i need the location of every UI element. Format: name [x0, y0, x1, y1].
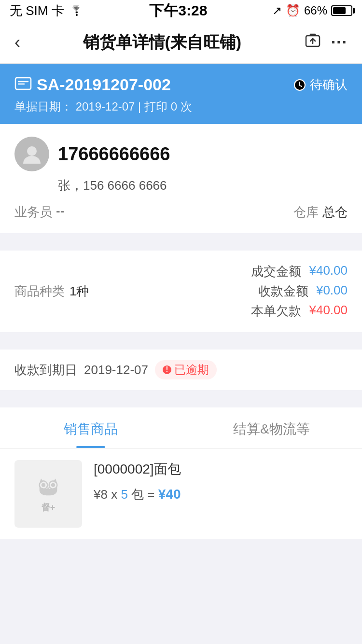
divider-2	[0, 341, 362, 350]
stat-row-debt: 本单欠款 ¥40.00	[251, 303, 348, 320]
content-area	[0, 539, 362, 644]
customer-avatar	[14, 137, 49, 171]
product-price: ¥8 x 5 包 = ¥40	[94, 486, 348, 503]
customer-meta: 业务员 -- 仓库 总仓	[14, 202, 348, 221]
due-date: 2019-12-07	[84, 363, 148, 378]
due-label: 收款到期日	[14, 362, 77, 378]
warehouse-value: 总仓	[322, 204, 348, 221]
battery-icon	[331, 5, 352, 16]
product-total: ¥40	[158, 487, 181, 502]
stat-row-deal: 成交金额 ¥40.00	[251, 263, 348, 280]
product-section: 督+ [0000002]面包 ¥8 x 5 包 = ¥40	[0, 448, 362, 539]
nav-bar: ‹ 销货单详情(来自旺铺) ···	[0, 21, 362, 64]
customer-phone: 17666666666	[58, 144, 170, 165]
product-info: [0000002]面包 ¥8 x 5 包 = ¥40	[94, 460, 348, 503]
product-name: [0000002]面包	[94, 460, 348, 478]
product-unit: 包	[131, 487, 144, 502]
svg-point-0	[76, 14, 78, 16]
overdue-icon: !	[163, 365, 171, 374]
type-label: 商品种类	[14, 283, 65, 300]
status-bar: 无 SIM 卡 下午3:28 ↗ ⏰ 66%	[0, 0, 362, 21]
order-status: 待确认	[293, 76, 348, 93]
page-title: 销货单详情(来自旺铺)	[83, 31, 242, 54]
clock-icon	[293, 79, 306, 91]
status-right: ↗ ⏰ 66%	[272, 4, 352, 17]
carrier-text: 无 SIM 卡	[10, 2, 64, 19]
alarm-icon: ⏰	[286, 4, 300, 17]
share-icon[interactable]	[304, 32, 321, 53]
svg-point-4	[27, 146, 37, 156]
stats-section: 商品种类 1种 成交金额 ¥40.00 收款金额 ¥0.00 本单欠款 ¥40.…	[0, 251, 362, 332]
brand-logo-icon	[29, 475, 68, 499]
tab-sales-products[interactable]: 销售商品	[0, 407, 181, 448]
divider-3	[0, 399, 362, 407]
salesperson-value: --	[56, 204, 64, 221]
order-banner: SA-20191207-002 待确认 单据日期： 2019-12-07 | 打…	[0, 64, 362, 124]
customer-section: 17666666666 张，156 6666 6666 业务员 -- 仓库 总仓	[0, 124, 362, 233]
battery-percent: 66%	[304, 4, 327, 17]
product-item: 督+ [0000002]面包 ¥8 x 5 包 = ¥40	[14, 460, 348, 528]
status-left: 无 SIM 卡	[10, 2, 84, 19]
tabs-header: 销售商品 结算&物流等	[0, 407, 362, 448]
price-base: ¥8	[94, 487, 108, 502]
overdue-text: 已逾期	[174, 362, 209, 378]
order-date: 单据日期： 2019-12-07 | 打印 0 次	[14, 99, 348, 114]
status-time: 下午3:28	[149, 1, 207, 21]
tab-settlement[interactable]: 结算&物流等	[181, 407, 362, 448]
stats-right: 成交金额 ¥40.00 收款金额 ¥0.00 本单欠款 ¥40.00	[251, 263, 348, 320]
tabs-section: 销售商品 结算&物流等	[0, 407, 362, 539]
location-icon: ↗	[272, 4, 282, 17]
warehouse-item: 仓库 总仓	[293, 204, 348, 221]
svg-point-7	[42, 483, 45, 487]
overdue-badge: ! 已逾期	[155, 360, 217, 379]
wifi-icon	[69, 5, 84, 16]
stat-row-paid: 收款金额 ¥0.00	[258, 283, 348, 300]
order-id: SA-20191207-002	[14, 75, 171, 94]
salesperson-label: 业务员	[14, 204, 52, 221]
stats-left: 商品种类 1种	[14, 263, 89, 320]
salesperson-item: 业务员 --	[14, 204, 64, 221]
product-qty: 5	[121, 487, 127, 502]
nav-actions: ···	[304, 32, 348, 53]
back-button[interactable]: ‹	[14, 32, 20, 53]
customer-name: 张，156 6666 6666	[14, 177, 348, 194]
brand-label: 督+	[42, 502, 56, 513]
order-icon	[14, 75, 32, 94]
more-icon[interactable]: ···	[331, 33, 348, 52]
due-section: 收款到期日 2019-12-07 ! 已逾期	[0, 350, 362, 390]
svg-point-8	[51, 483, 55, 487]
warehouse-label: 仓库	[293, 204, 319, 221]
divider-1	[0, 242, 362, 251]
type-value: 1种	[70, 283, 89, 300]
product-thumbnail: 督+	[14, 460, 82, 528]
